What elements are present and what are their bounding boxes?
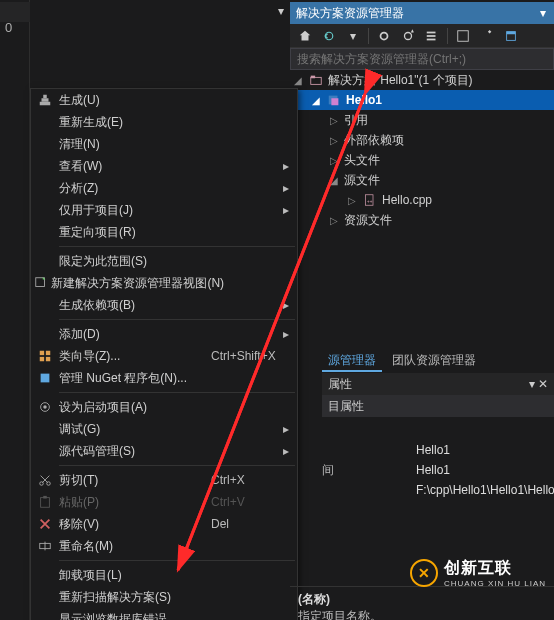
property-desc-title: (名称): [298, 591, 546, 608]
watermark-logo-icon: ✕: [410, 559, 438, 587]
menu-rename[interactable]: 重命名(M): [31, 535, 297, 557]
chevron-right-icon[interactable]: ▷: [330, 155, 340, 166]
menu-add[interactable]: 添加(D)▸: [31, 323, 297, 345]
properties-object-selector[interactable]: 目属性: [322, 395, 554, 417]
menu-new-view[interactable]: 新建解决方案资源管理器视图(N): [31, 272, 297, 294]
menu-remove[interactable]: 移除(V)Del: [31, 513, 297, 535]
svg-rect-20: [46, 357, 50, 361]
tree-label: 引用: [344, 112, 368, 129]
tree-headers-node[interactable]: ▷ 头文件: [290, 150, 554, 170]
watermark-subtext: CHUANG XIN HU LIAN: [444, 579, 546, 588]
chevron-right-icon[interactable]: ▷: [330, 135, 340, 146]
tree-project-node[interactable]: ◢ Hello1: [290, 90, 554, 110]
menu-rebuild[interactable]: 重新生成(E): [31, 111, 297, 133]
menu-cut[interactable]: 剪切(T)Ctrl+X: [31, 469, 297, 491]
menu-scope[interactable]: 限定为此范围(S): [31, 250, 297, 272]
menu-rescan[interactable]: 重新扫描解决方案(S): [31, 586, 297, 608]
menu-project-only[interactable]: 仅用于项目(J)▸: [31, 199, 297, 221]
svg-rect-13: [40, 102, 51, 106]
menu-paste: 粘贴(P)Ctrl+V: [31, 491, 297, 513]
svg-rect-18: [46, 351, 50, 355]
tree-solution-node[interactable]: ◢ 解决方案"Hello1"(1 个项目): [290, 70, 554, 90]
svg-rect-15: [43, 95, 47, 99]
menu-analyze[interactable]: 分析(Z)▸: [31, 177, 297, 199]
property-row[interactable]: F:\cpp\Hello1\Hello1\Hello: [322, 480, 554, 500]
nuget-icon: [31, 371, 59, 385]
chevron-right-icon[interactable]: ▷: [330, 215, 340, 226]
svg-rect-2: [427, 35, 436, 37]
build-icon: [31, 93, 59, 107]
chevron-down-icon[interactable]: ◢: [312, 95, 322, 106]
cpp-file-icon: ++: [362, 192, 378, 208]
tab-solution-explorer[interactable]: 源管理器: [322, 350, 382, 372]
menu-clean[interactable]: 清理(N): [31, 133, 297, 155]
menu-build-deps[interactable]: 生成依赖项(B)▸: [31, 294, 297, 316]
sync-icon[interactable]: [375, 27, 393, 45]
submenu-arrow-icon: ▸: [211, 181, 297, 195]
show-all-icon[interactable]: [454, 27, 472, 45]
menu-separator: [59, 246, 295, 247]
rename-icon: [31, 539, 59, 553]
tree-file-node[interactable]: ▷ ++ Hello.cpp: [290, 190, 554, 210]
properties-icon[interactable]: [478, 27, 496, 45]
solution-explorer-toolbar: ▾: [290, 24, 554, 48]
watermark: ✕ 创新互联 CHUANG XIN HU LIAN: [410, 558, 546, 588]
property-row[interactable]: 间Hello1: [322, 460, 554, 480]
toolbar-separator: [447, 28, 448, 44]
menu-unload[interactable]: 卸载项目(L): [31, 564, 297, 586]
menu-debug[interactable]: 调试(G)▸: [31, 418, 297, 440]
chevron-right-icon[interactable]: ▷: [348, 195, 358, 206]
panel-menu-dropdown-icon[interactable]: ▾: [538, 6, 548, 20]
svg-point-23: [43, 405, 47, 409]
menu-separator: [59, 465, 295, 466]
solution-explorer-search[interactable]: [290, 48, 554, 70]
svg-rect-3: [427, 38, 436, 40]
new-view-icon: [31, 276, 51, 290]
home-icon[interactable]: [296, 27, 314, 45]
back-icon[interactable]: [320, 27, 338, 45]
svg-rect-26: [41, 498, 50, 508]
watermark-text: 创新互联: [444, 558, 546, 579]
tree-resources-node[interactable]: ▷ 资源文件: [290, 210, 554, 230]
tree-references-node[interactable]: ▷ 引用: [290, 110, 554, 130]
menu-view[interactable]: 查看(W)▸: [31, 155, 297, 177]
svg-rect-14: [42, 98, 49, 102]
property-row[interactable]: Hello1: [322, 440, 554, 460]
chevron-down-icon[interactable]: ◢: [330, 175, 340, 186]
tree-label: 头文件: [344, 152, 380, 169]
panel-dropdown-icon[interactable]: ▾: [278, 4, 284, 18]
forward-icon[interactable]: ▾: [344, 27, 362, 45]
menu-source-control[interactable]: 源代码管理(S)▸: [31, 440, 297, 462]
menu-show-browse-errors[interactable]: 显示浏览数据库错误: [31, 608, 297, 620]
menu-startup[interactable]: 设为启动项目(A): [31, 396, 297, 418]
paste-icon: [31, 495, 59, 509]
submenu-arrow-icon: ▸: [211, 327, 297, 341]
bottom-tab-bar: 源管理器 团队资源管理器: [322, 350, 554, 372]
menu-class-wizard[interactable]: 类向导(Z)...Ctrl+Shift+X: [31, 345, 297, 367]
properties-description: (名称) 指定项目名称。: [290, 586, 554, 620]
menu-retarget[interactable]: 重定向项目(R): [31, 221, 297, 243]
chevron-down-icon[interactable]: ◢: [294, 75, 304, 86]
menu-build[interactable]: 生成(U): [31, 89, 297, 111]
editor-tab-stub: [0, 2, 30, 22]
submenu-arrow-icon: ▸: [211, 203, 297, 217]
menu-nuget[interactable]: 管理 NuGet 程序包(N)...: [31, 367, 297, 389]
tab-team-explorer[interactable]: 团队资源管理器: [386, 350, 482, 372]
collapse-icon[interactable]: [423, 27, 441, 45]
svg-rect-27: [43, 496, 47, 499]
project-context-menu: 生成(U) 重新生成(E) 清理(N) 查看(W)▸ 分析(Z)▸ 仅用于项目(…: [30, 88, 298, 620]
svg-text:++: ++: [367, 199, 373, 204]
menu-separator: [59, 319, 295, 320]
svg-rect-4: [458, 30, 469, 41]
tree-external-deps-node[interactable]: ▷ 外部依赖项: [290, 130, 554, 150]
panel-menu-dropdown-icon[interactable]: ▾ ✕: [529, 377, 548, 391]
chevron-right-icon[interactable]: ▷: [330, 115, 340, 126]
tree-sources-node[interactable]: ◢ 源文件: [290, 170, 554, 190]
svg-rect-10: [331, 98, 338, 105]
preview-icon[interactable]: [502, 27, 520, 45]
solution-explorer-header: 解决方案资源管理器 ▾: [290, 2, 554, 24]
solution-icon: [308, 72, 324, 88]
refresh-icon[interactable]: [399, 27, 417, 45]
search-input[interactable]: [290, 48, 554, 70]
project-icon: [326, 92, 342, 108]
